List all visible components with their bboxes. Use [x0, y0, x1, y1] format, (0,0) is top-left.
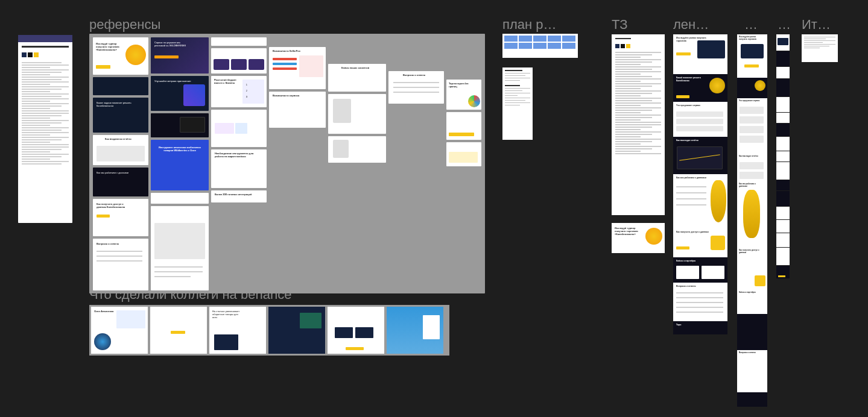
- tz-hero-thumb[interactable]: Исследуй турнир получать торговлю «Конеб…: [612, 223, 665, 253]
- ref-thumb-metrics[interactable]: Улучшайте метрики приложения: [151, 76, 209, 111]
- behance-thumb-6[interactable]: [387, 307, 443, 354]
- ref-thumb-200-integrations[interactable]: Более 200 готовых интеграций: [211, 190, 267, 202]
- responsive-section-8[interactable]: Вопросы и ответы: [737, 350, 767, 392]
- doc-title-strip: [22, 46, 69, 48]
- figma-canvas[interactable]: референсы план р… ТЗ лен… … … Ит… Что сд…: [0, 0, 868, 417]
- ref-thumb-target-3[interactable]: [446, 142, 481, 166]
- mobile-section-8[interactable]: [776, 151, 790, 162]
- lending-section-footer[interactable]: Topo: [673, 321, 727, 334]
- responsive-section-9[interactable]: [737, 392, 767, 407]
- ref-thumb-sellerfox[interactable]: Возможности SellerFox: [269, 47, 326, 89]
- responsive-section-4[interactable]: Как мы работаем с данными: [737, 181, 767, 248]
- lending-section-access[interactable]: Как получить доступ к данным: [673, 228, 727, 257]
- lending-section-title: Что предлагает сервис: [676, 104, 712, 107]
- ref-thumb-topo-hero[interactable]: Исследуй турнир получать торговлю «Конеб…: [93, 37, 148, 75]
- tz-document-thumb[interactable]: [612, 34, 665, 215]
- mobile-section-2[interactable]: [776, 67, 790, 79]
- lending-section-title: Как мы работаем с данными: [676, 177, 712, 180]
- lending-section-title: Как выглядят отчёты: [676, 139, 712, 142]
- mobile-section-3[interactable]: [776, 79, 790, 97]
- mobile-section-15[interactable]: [776, 248, 790, 266]
- lending-section-title: Кейсы и партнёры: [676, 260, 712, 263]
- itog-document-thumb[interactable]: [802, 34, 838, 62]
- mobile-section-6[interactable]: [776, 124, 790, 137]
- mobile-section-12[interactable]: [776, 207, 790, 220]
- responsive-section-7[interactable]: [737, 314, 767, 350]
- ref-thumb-qa[interactable]: Вопросы и ответы: [388, 71, 444, 104]
- section-label-plan: план р…: [502, 17, 556, 33]
- section-label-col5: …: [778, 17, 791, 33]
- ref-thumb-person-1[interactable]: [328, 94, 386, 134]
- responsive-section-5[interactable]: Как получить доступ к данным: [737, 248, 767, 290]
- mobile-section-4[interactable]: [776, 97, 790, 113]
- mobile-section-13[interactable]: [776, 220, 790, 233]
- section-label-col4: …: [744, 17, 758, 33]
- itog-lines: [802, 34, 838, 51]
- ref-thumb-target-2[interactable]: [446, 112, 481, 140]
- ref-thumb-budget-steps[interactable]: Рассчитай бюджет вместе с Stamina 1 2 3: [211, 76, 267, 107]
- responsive-section-3[interactable]: Как выглядят отчёты: [737, 154, 767, 181]
- mobile-section-0[interactable]: [776, 34, 790, 51]
- lending-section-chart-dark[interactable]: Как выглядят отчёты: [673, 137, 727, 174]
- mobile-section-1[interactable]: [776, 51, 790, 67]
- mobile-section-5[interactable]: [776, 113, 790, 124]
- responsive-column: Исследуйте рынок получать торговлюЧто пр…: [737, 34, 767, 407]
- ref-thumb-cases[interactable]: Кейсы наших клиентов: [328, 64, 386, 92]
- behance-thumb-3[interactable]: На столько увеличивает оборотные товары …: [209, 307, 266, 354]
- ref-thumb-wb-ads[interactable]: Сервис по управлению рекламой на WILDBER…: [151, 37, 209, 74]
- lending-section-faq[interactable]: Вопросы и ответы: [673, 283, 727, 321]
- responsive-section-1[interactable]: [737, 78, 767, 98]
- behance-board[interactable]: Ozon Аналитика Яндекс Аналитика На столь…: [89, 305, 449, 356]
- responsive-section-2[interactable]: Что предлагает сервис: [737, 98, 767, 154]
- mobile-section-10[interactable]: [776, 180, 790, 191]
- mobile-column: [776, 34, 790, 279]
- responsive-section-0[interactable]: Исследуйте рынок получать торговлю: [737, 34, 767, 78]
- responsive-section-6[interactable]: Кейсы и партнёры: [737, 290, 767, 314]
- ref-thumb-wb-ozon[interactable]: Инструмент аналитики мобильных товаров W…: [151, 140, 209, 190]
- ref-thumb-browser-shot[interactable]: [151, 206, 209, 290]
- lending-section-title: Как получить доступ к данным: [676, 231, 712, 234]
- lending-section-promo-dark[interactable]: Какой помогает решить Конебезопас: [673, 74, 727, 102]
- ref-thumb-dashboard-dark[interactable]: [151, 113, 209, 137]
- ref-thumb-opportunities[interactable]: [93, 77, 148, 95]
- ref-thumb-badges[interactable]: [211, 48, 267, 74]
- ref-thumb-popular-services[interactable]: [151, 193, 209, 204]
- ref-thumb-access[interactable]: Как получить доступ к данным Конебезопас…: [93, 199, 148, 236]
- mobile-section-7[interactable]: [776, 137, 790, 151]
- section-label-lending: лен…: [673, 17, 709, 33]
- behance-thumb-ozon[interactable]: Ozon Аналитика: [91, 307, 148, 354]
- ref-thumb-faq[interactable]: Вопросы и ответы: [93, 239, 148, 290]
- mobile-section-9[interactable]: [776, 162, 790, 180]
- ref-thumb-tiny-header[interactable]: [211, 37, 267, 46]
- lending-section-title: Topo: [676, 324, 712, 327]
- section-label-references: референсы: [89, 17, 160, 33]
- lending-section-title: Вопросы и ответы: [676, 285, 712, 288]
- ref-thumb-service-features[interactable]: Возможности сервиса: [269, 92, 326, 128]
- doc-header-bar: [18, 35, 72, 42]
- lending-section-rabotaem[interactable]: Как мы работаем с данными: [673, 174, 727, 228]
- references-board[interactable]: Исследуй турнир получать торговлю «Конеб…: [89, 34, 485, 293]
- behance-thumb-5[interactable]: [328, 307, 384, 354]
- behance-thumb-yandex[interactable]: Яндекс Аналитика: [150, 307, 207, 354]
- lending-section-header[interactable]: Исследуйте рынок получать торговлю: [673, 34, 727, 74]
- plan-doc-list[interactable]: [502, 67, 533, 140]
- doc-body-lines: [18, 61, 72, 223]
- ref-thumb-data-dark[interactable]: Как мы работаем с данными: [93, 168, 148, 196]
- ref-thumb-reports[interactable]: Как выдаются отчёты: [93, 135, 148, 165]
- color-swatches: [22, 52, 69, 57]
- mobile-section-11[interactable]: [776, 191, 790, 207]
- ref-thumb-target[interactable]: Таргестирин без границ: [446, 80, 481, 110]
- mobile-section-14[interactable]: [776, 233, 790, 248]
- lending-section-partners[interactable]: Кейсы и партнёры: [673, 257, 727, 283]
- ref-thumb-tools[interactable]: Необходимые инструменты для работы на ма…: [211, 149, 267, 188]
- ref-thumb-tasks-dark[interactable]: Какие задачи помогает решить Конебезопас…: [93, 98, 148, 133]
- behance-thumb-4[interactable]: [268, 307, 325, 354]
- ref-thumb-chart-list[interactable]: [211, 110, 267, 147]
- brief-document-thumb[interactable]: [18, 35, 72, 223]
- lending-section-pro[interactable]: Что предлагает сервис: [673, 102, 727, 137]
- tz-lines: [612, 51, 665, 155]
- plan-cells: [502, 34, 578, 51]
- plan-board-cells[interactable]: [502, 34, 578, 58]
- section-label-itog: Ит…: [802, 17, 831, 33]
- ref-thumb-person-2[interactable]: [328, 136, 386, 163]
